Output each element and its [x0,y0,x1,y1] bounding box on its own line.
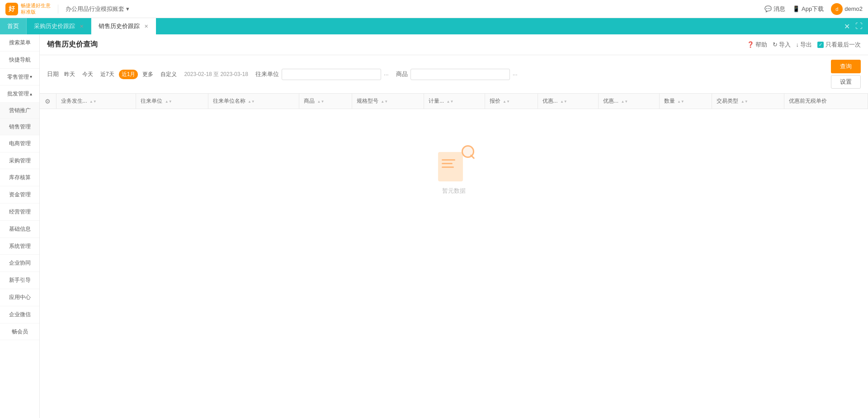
sidebar-item-finance[interactable]: 资金管理 [0,186,39,204]
page-header: 销售历史价查询 ❓ 帮助 ↻ 导入 ↓ 导出 只看最后一次 [40,34,868,55]
export-button[interactable]: ↓ 导出 [796,41,812,49]
counterparty-label: 往来单位 [255,70,279,78]
app-download-button[interactable]: 📱 App下载 [793,5,824,13]
avatar: d [831,3,843,15]
tab-purchase[interactable]: 采购历史价跟踪 ✕ [27,18,91,34]
sidebar-item-retail-mgmt[interactable]: 零售管理 ▾ [0,69,39,86]
th-quantity: 数量 ▲▼ [659,94,712,109]
sort-icon[interactable]: ▲▼ [677,100,684,104]
sort-icon[interactable]: ▲▼ [741,100,748,104]
th-spec: 规格型号 ▲▼ [352,94,424,109]
product-label: 商品 [396,70,408,78]
divider [58,5,58,14]
maximize-icon[interactable]: ⛶ [855,22,863,30]
sidebar-item-member[interactable]: 畅会员 [0,323,39,341]
empty-state: 暂元数据 [40,109,868,231]
filter-bar: 日期 昨天 今天 近7天 近1月 更多 自定义 2023-02-18 至 202… [40,55,868,94]
date-filter-group: 日期 昨天 今天 近7天 近1月 更多 自定义 2023-02-18 至 202… [47,70,248,79]
empty-state-cell: 暂元数据 [40,109,868,232]
sidebar-item-app-center[interactable]: 应用中心 [0,289,39,306]
workspace-selector[interactable]: 办公用品行业模拟账套 ▾ [66,5,129,13]
date-pill-today[interactable]: 今天 [80,70,96,79]
doc-line [442,166,454,168]
th-biz-date: 业务发生... ▲▼ [56,94,136,109]
date-pill-more[interactable]: 更多 [140,70,156,79]
date-pills: 昨天 今天 近7天 近1月 更多 自定义 [61,70,179,79]
sort-icon[interactable]: ▲▼ [90,100,97,104]
download-icon: 📱 [793,5,800,12]
sort-icon[interactable]: ▲▼ [503,100,510,104]
sidebar-item-guide[interactable]: 新手引导 [0,272,39,289]
user-menu[interactable]: d demo2 [831,3,863,15]
sort-icon[interactable]: ▲▼ [317,100,324,104]
top-bar-left: 好 畅捷通好生意 标准版 办公用品行业模拟账套 ▾ [5,3,129,15]
sidebar-item-wechat[interactable]: 企业微信 [0,306,39,323]
sidebar-item-sales-mgmt[interactable]: 销售管理 [0,119,39,135]
main-layout: 搜索菜单 快捷导航 零售管理 ▾ 批发管理 ▴ 营销推广 销售管理 电商管理 采… [0,34,868,418]
sidebar-item-basic-info[interactable]: 基础信息 [0,221,39,238]
tab-bar-actions: ✕ ⛶ [839,22,868,31]
gear-icon[interactable]: ⚙ [45,98,51,105]
date-pill-custom[interactable]: 自定义 [158,70,179,79]
sort-icon[interactable]: ▲▼ [381,100,388,104]
help-button[interactable]: ❓ 帮助 [747,41,767,49]
message-button[interactable]: 💬 消息 [764,5,785,13]
chevron-down-icon: ▾ [30,74,32,80]
date-pill-7days[interactable]: 近7天 [98,70,117,79]
sidebar-item-operations[interactable]: 经营管理 [0,204,39,221]
import-icon: ↻ [773,41,778,48]
sidebar-item-quick-nav[interactable]: 快捷导航 [0,52,39,69]
empty-text: 暂元数据 [442,187,466,195]
th-pre-tax-price: 优惠前无税单价 [784,94,868,109]
import-button[interactable]: ↻ 导入 [773,41,791,49]
sort-icon[interactable]: ▲▼ [248,100,255,104]
sidebar-item-purchase-mgmt[interactable]: 采购管理 [0,152,39,170]
tab-home[interactable]: 首页 [0,18,27,34]
sidebar-item-ecommerce[interactable]: 电商管理 [0,135,39,152]
sort-icon[interactable]: ▲▼ [560,100,567,104]
th-counterparty-id: 往来单位 ▲▼ [136,94,208,109]
sort-icon[interactable]: ▲▼ [165,100,172,104]
help-icon: ❓ [747,41,754,48]
settings-button[interactable]: 设置 [831,75,861,89]
counterparty-filter-group: 往来单位 ··· [255,69,389,80]
counterparty-input[interactable] [282,69,381,80]
sidebar-item-search-menu[interactable]: 搜索菜单 [0,34,39,52]
sidebar-sub-wholesale: 营销推广 销售管理 [0,103,39,135]
message-icon: 💬 [764,5,772,12]
close-window-icon[interactable]: ✕ [844,22,850,31]
sort-icon[interactable]: ▲▼ [447,100,454,104]
th-settings: ⚙ [40,94,56,109]
product-filter-group: 商品 ··· [396,69,518,80]
product-dots: ··· [513,71,518,78]
sort-icon[interactable]: ▲▼ [621,100,628,104]
date-pill-yesterday[interactable]: 昨天 [61,70,78,79]
th-discount1: 优惠... ▲▼ [538,94,599,109]
sidebar-item-system[interactable]: 系统管理 [0,238,39,255]
th-trade-type: 交易类型 ▲▼ [712,94,784,109]
chevron-down-icon: ▾ [126,5,129,12]
th-unit: 计量... ▲▼ [424,94,485,109]
tab-sales[interactable]: 销售历史价跟踪 ✕ [91,18,156,34]
date-filter-label: 日期 [47,70,59,78]
doc-line [442,163,453,164]
close-purchase-tab[interactable]: ✕ [80,24,84,29]
page-header-actions: ❓ 帮助 ↻ 导入 ↓ 导出 只看最后一次 [747,41,861,54]
sidebar-item-inventory[interactable]: 库存核算 [0,169,39,186]
close-sales-tab[interactable]: ✕ [144,24,148,29]
empty-illustration [434,145,474,181]
th-discount2: 优惠... ▲▼ [599,94,660,109]
only-last-checkbox[interactable]: 只看最后一次 [817,41,861,49]
query-button[interactable]: 查询 [831,60,861,73]
th-counterparty-name: 往来单位名称 ▲▼ [208,94,299,109]
logo-area: 好 畅捷通好生意 标准版 [5,3,51,15]
sidebar-item-wholesale-mgmt[interactable]: 批发管理 ▴ [0,86,39,103]
top-bar: 好 畅捷通好生意 标准版 办公用品行业模拟账套 ▾ 💬 消息 📱 App下载 d… [0,0,868,18]
sidebar-item-marketing[interactable]: 营销推广 [0,103,39,119]
sidebar-item-enterprise[interactable]: 企业协同 [0,255,39,272]
product-input[interactable] [410,69,510,80]
logo-icon: 好 [5,3,18,15]
date-pill-1month[interactable]: 近1月 [119,70,138,79]
filter-actions: 查询 设置 [831,60,861,89]
top-bar-right: 💬 消息 📱 App下载 d demo2 [764,3,863,15]
